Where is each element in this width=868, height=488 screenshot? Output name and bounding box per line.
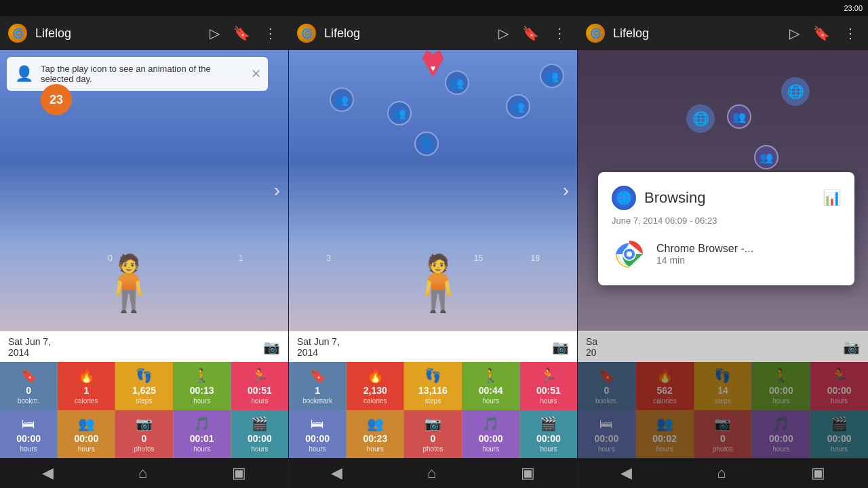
stat-steps-1[interactable]: 👣 1,625 steps xyxy=(115,362,172,410)
stat-run-2[interactable]: 🏃 00:51 hours xyxy=(520,362,577,410)
menu-btn-2[interactable]: ⋮ xyxy=(550,22,569,44)
date-bar-3: Sa 20 📷 xyxy=(578,331,868,362)
social-float-5: 👥 xyxy=(506,94,530,119)
stats-grid-2a: 🔖 1 bookmark 🔥 2,130 calories 👣 13,116 s… xyxy=(289,362,577,410)
stat-walk-1[interactable]: 🚶 00:13 hours xyxy=(174,362,231,410)
browsing-popup[interactable]: 🌐 Browsing 📊 June 7, 2014 06:09 - 06:23 xyxy=(598,172,854,285)
stat-music-3[interactable]: 🎵 00:00 hours xyxy=(752,410,810,458)
bookmark-btn-1[interactable]: 🔖 xyxy=(231,22,253,44)
popup-item-text: Chrome Browser -... 14 min xyxy=(656,243,753,266)
stat-social-1[interactable]: 👥 00:00 hours xyxy=(58,410,115,458)
social-float-4: 👤 xyxy=(414,131,439,156)
stat-social-3[interactable]: 👥 00:02 hours xyxy=(636,410,694,458)
bottom-nav-3: ◀ ⌂ ▣ xyxy=(578,458,868,488)
arrow-right-2[interactable]: › xyxy=(563,180,569,201)
stats-grid-3b: 🛏 00:00 hours 👥 00:02 hours 📷 0 photos 🎵… xyxy=(578,410,868,458)
menu-btn-3[interactable]: ⋮ xyxy=(841,22,860,44)
stat-music-2[interactable]: 🎵 00:00 hours xyxy=(462,410,519,458)
stat-video-2[interactable]: 🎬 00:00 hours xyxy=(520,410,577,458)
popup-title: Browsing xyxy=(644,189,814,207)
arrow-right-1[interactable]: › xyxy=(274,180,280,201)
social-float-2: 👥 xyxy=(445,70,469,95)
popup-header: 🌐 Browsing 📊 xyxy=(612,186,841,210)
stat-photos-2[interactable]: 📷 0 photos xyxy=(404,410,461,458)
stat-sleep-1[interactable]: 🛏 00:00 hours xyxy=(0,410,57,458)
app-title-1: Lifelog xyxy=(35,26,199,41)
home-btn-3[interactable]: ⌂ xyxy=(717,464,726,482)
orange-badge-1: 23 xyxy=(41,84,72,115)
popup-chart-icon[interactable]: 📊 xyxy=(823,189,841,207)
social-float-3: 👥 xyxy=(387,101,412,125)
play-btn-3[interactable]: ▷ xyxy=(787,22,802,44)
year-text-1: 2014 xyxy=(8,347,51,358)
stat-bookmark-3[interactable]: 🔖 0 bookm. xyxy=(578,362,635,410)
back-btn-3[interactable]: ◀ xyxy=(620,464,632,482)
recents-btn-2[interactable]: ▣ xyxy=(521,464,535,482)
year-text-2: 2014 xyxy=(297,347,340,358)
stat-calories-2[interactable]: 🔥 2,130 calories xyxy=(347,362,403,410)
viz-area-3: 🌐 🌐 👥 👥 🌐 Browsing 📊 June 7, 2014 06:09 … xyxy=(578,50,868,331)
camera-icon-2[interactable]: 📷 xyxy=(552,339,569,355)
stat-photos-1[interactable]: 📷 0 photos xyxy=(115,410,172,458)
app-title-2: Lifelog xyxy=(324,26,488,41)
stat-walk-2[interactable]: 🚶 00:44 hours xyxy=(462,362,519,410)
year-text-3: 20 xyxy=(586,347,597,358)
stat-run-1[interactable]: 🏃 00:51 hours xyxy=(231,362,288,410)
stats-grid-3a: 🔖 0 bookm. 🔥 562 calories 👣 14 steps 🚶 0… xyxy=(578,362,868,410)
stats-grid-1b: 🛏 00:00 hours 👥 00:00 hours 📷 0 photos 🎵… xyxy=(0,410,288,458)
tooltip-close-1[interactable]: ✕ xyxy=(251,66,261,81)
top-bar-2: 🌀 Lifelog ▷ 🔖 ⋮ xyxy=(289,16,577,50)
popup-item-title: Chrome Browser -... xyxy=(656,243,753,255)
date-text-3: Sa xyxy=(586,336,597,347)
popup-item-sub: 14 min xyxy=(656,255,753,266)
popup-item: Chrome Browser -... 14 min xyxy=(612,237,841,272)
home-btn-1[interactable]: ⌂ xyxy=(138,464,147,482)
menu-btn-1[interactable]: ⋮ xyxy=(261,22,280,44)
play-btn-1[interactable]: ▷ xyxy=(207,22,222,44)
home-btn-2[interactable]: ⌂ xyxy=(427,464,436,482)
stat-social-2[interactable]: 👥 00:23 hours xyxy=(347,410,403,458)
social-float-p3-1: 👥 xyxy=(727,104,751,129)
panel-2: 🌀 Lifelog ▷ 🔖 ⋮ ♥ 👥 👥 👥 👤 👥 👥 3 15 18 🧍 xyxy=(289,16,578,488)
stat-sleep-2[interactable]: 🛏 00:00 hours xyxy=(289,410,346,458)
panel-3: 🌀 Lifelog ▷ 🔖 ⋮ 🌐 🌐 👥 👥 🌐 Browsing 📊 Jun… xyxy=(578,16,868,488)
app-logo-1: 🌀 xyxy=(8,24,27,43)
app-title-3: Lifelog xyxy=(613,26,778,41)
stat-calories-1[interactable]: 🔥 1 calories xyxy=(58,362,115,410)
bookmark-btn-3[interactable]: 🔖 xyxy=(810,22,833,44)
viz-area-1: 👤 Tap the play icon to see an animation … xyxy=(0,50,288,331)
status-bar: 23:00 xyxy=(0,0,868,16)
date-text-2: Sat Jun 7, xyxy=(297,336,340,347)
stat-bookmark-1[interactable]: 🔖 0 bookm. xyxy=(0,362,57,410)
stat-music-1[interactable]: 🎵 00:01 hours xyxy=(174,410,231,458)
camera-icon-3[interactable]: 📷 xyxy=(843,339,860,355)
date-bar-1: Sat Jun 7, 2014 📷 xyxy=(0,331,288,362)
stat-sleep-3[interactable]: 🛏 00:00 hours xyxy=(578,410,635,458)
stat-bookmark-2[interactable]: 🔖 1 bookmark xyxy=(289,362,346,410)
recents-btn-3[interactable]: ▣ xyxy=(811,464,825,482)
stat-walk-3[interactable]: 🚶 00:00 hours xyxy=(752,362,810,410)
top-bar-3: 🌀 Lifelog ▷ 🔖 ⋮ xyxy=(578,16,868,50)
stat-steps-2[interactable]: 👣 13,116 steps xyxy=(404,362,461,410)
stat-video-3[interactable]: 🎬 00:00 hours xyxy=(810,410,868,458)
panel-1: 🌀 Lifelog ▷ 🔖 ⋮ 👤 Tap the play icon to s… xyxy=(0,16,289,488)
social-float-p3-2: 👥 xyxy=(754,145,778,169)
stat-photos-3[interactable]: 📷 0 photos xyxy=(694,410,752,458)
app-logo-2: 🌀 xyxy=(297,24,316,43)
tooltip-text-1: Tap the play icon to see an animation of… xyxy=(41,64,243,84)
stat-steps-3[interactable]: 👣 14 steps xyxy=(694,362,752,410)
svg-point-3 xyxy=(627,251,632,257)
heart-top-2: ♥ xyxy=(422,50,444,77)
back-btn-1[interactable]: ◀ xyxy=(42,464,54,482)
viz-area-2: ♥ 👥 👥 👥 👤 👥 👥 3 15 18 🧍 › xyxy=(289,50,577,331)
bookmark-btn-2[interactable]: 🔖 xyxy=(519,22,542,44)
date-text-1: Sat Jun 7, xyxy=(8,336,51,347)
top-bar-1: 🌀 Lifelog ▷ 🔖 ⋮ xyxy=(0,16,288,50)
camera-icon-1[interactable]: 📷 xyxy=(263,339,280,355)
recents-btn-1[interactable]: ▣ xyxy=(232,464,246,482)
back-btn-2[interactable]: ◀ xyxy=(331,464,342,482)
stat-calories-3[interactable]: 🔥 562 calories xyxy=(636,362,694,410)
stat-run-3[interactable]: 🏃 00:00 hours xyxy=(810,362,868,410)
play-btn-2[interactable]: ▷ xyxy=(496,22,511,44)
stat-video-1[interactable]: 🎬 00:00 hours xyxy=(231,410,288,458)
